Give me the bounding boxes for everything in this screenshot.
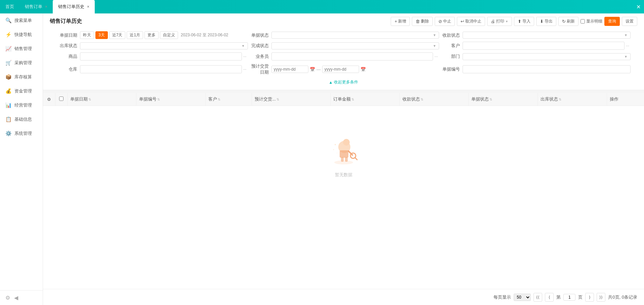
bill-no-cell: 单据编号 xyxy=(439,65,631,73)
salesperson-cell: 业务员 ··· xyxy=(248,52,439,61)
sort-date-icon[interactable]: ⇅ xyxy=(88,98,91,101)
delivery-date-start[interactable] xyxy=(271,66,308,73)
tab-sales-order-history-close[interactable]: × xyxy=(87,4,89,9)
bill-status-arrow-icon: ▼ xyxy=(433,33,436,37)
collapse-icon: ▲ xyxy=(329,80,333,85)
th-action: 操作 xyxy=(607,93,644,106)
print-icon: 🖨 xyxy=(491,19,495,24)
date-btn-7days[interactable]: 近7天 xyxy=(109,31,126,39)
collection-status-arrow-icon: ▼ xyxy=(624,33,628,37)
show-cols-checkbox[interactable]: 显示明细 xyxy=(581,18,602,24)
bill-no-input[interactable] xyxy=(463,65,631,73)
collapse-label: 收起更多条件 xyxy=(334,79,358,85)
first-page-button[interactable]: ⟨⟨ xyxy=(533,293,542,302)
customer-ellipsis-icon[interactable]: ··· xyxy=(625,43,631,48)
filter-row-1: 单据日期 昨天 3天 近7天 近1月 更多 自定义 2023-06-02 至 2… xyxy=(56,31,631,39)
bill-no-label: 单据编号 xyxy=(439,66,463,72)
prev-page-button[interactable]: ⟨ xyxy=(545,293,554,302)
sidebar-item-ops[interactable]: 📊 经营管理 xyxy=(0,98,43,112)
tab-sales-order-close[interactable]: × xyxy=(45,4,47,9)
cancel-stop-button[interactable]: ↩ 取消中止 xyxy=(457,17,485,26)
select-all-checkbox[interactable] xyxy=(59,97,63,101)
product-input[interactable] xyxy=(80,52,242,61)
bill-status-cell: 单据状态 ▼ xyxy=(248,32,439,39)
date-btn-today[interactable]: 昨天 xyxy=(80,31,94,39)
page-number-input[interactable] xyxy=(563,294,575,301)
main-layout: 🔍 搜索菜单 ⚡ 快捷导航 📈 销售管理 🛒 采购管理 📦 库存核算 💰 资金管… xyxy=(0,13,644,305)
query-button[interactable]: 查询 xyxy=(604,17,620,26)
date-dash: — xyxy=(316,67,321,72)
sidebar-item-search-menu-label: 搜索菜单 xyxy=(14,17,32,24)
sidebar-item-search-menu[interactable]: 🔍 搜索菜单 xyxy=(0,13,43,28)
export-button[interactable]: ⬇ 导出 xyxy=(536,17,556,26)
stop-button[interactable]: ⊘ 中止 xyxy=(435,17,455,26)
import-button[interactable]: ⬆ 导入 xyxy=(514,17,534,26)
sidebar-item-quick-nav-label: 快捷导航 xyxy=(14,32,32,38)
sidebar-item-finance-label: 资金管理 xyxy=(14,88,32,94)
warehouse-ellipsis-icon[interactable]: ··· xyxy=(242,67,248,72)
finance-icon: 💰 xyxy=(5,88,12,94)
warehouse-input[interactable] xyxy=(80,65,242,73)
sort-delivery-icon[interactable]: ⇅ xyxy=(276,98,279,101)
date-btn-custom[interactable]: 自定义 xyxy=(160,31,178,39)
per-page-select[interactable]: 10 20 50 100 xyxy=(514,294,531,301)
collapse-bar[interactable]: ▲ 收起更多条件 xyxy=(56,78,631,86)
sort-customer-icon[interactable]: ⇅ xyxy=(218,98,220,101)
import-icon: ⬆ xyxy=(518,19,521,24)
refresh-button[interactable]: ↻ 刷新 xyxy=(558,17,578,26)
delete-label: 删除 xyxy=(421,18,429,24)
sidebar-item-basic-info[interactable]: 📋 基础信息 xyxy=(0,112,43,126)
table-header-row: ⚙ 单据日期⇅ 单据编号⇅ 客户⇅ 预计交货...⇅ 订单金额⇅ 收款状态⇅ 单… xyxy=(43,93,644,106)
next-page-button[interactable]: ⟩ xyxy=(585,293,594,302)
sidebar-item-sales-mgmt[interactable]: 📈 销售管理 xyxy=(0,42,43,56)
tab-home[interactable]: 首页 xyxy=(0,0,19,13)
stop-icon: ⊘ xyxy=(438,19,442,24)
date-btn-more[interactable]: 更多 xyxy=(144,31,159,39)
sort-outbound-icon[interactable]: ⇅ xyxy=(559,98,561,101)
query-label: 查询 xyxy=(608,18,616,24)
last-page-button[interactable]: ⟩⟩ xyxy=(597,293,605,302)
th-delivery: 预计交货...⇅ xyxy=(252,93,330,106)
show-cols-label: 显示明细 xyxy=(586,18,602,24)
top-bar: 首页 销售订单 × 销售订单历史 × ✕ xyxy=(0,0,644,13)
customer-input[interactable] xyxy=(463,42,625,50)
print-button[interactable]: 🖨 打印 ▼ xyxy=(487,17,512,26)
sort-bill-icon[interactable]: ⇅ xyxy=(489,98,492,101)
collection-status-cell: 收款状态 ▼ xyxy=(439,32,631,39)
date-btn-3days[interactable]: 3天 xyxy=(95,31,108,39)
window-close-button[interactable]: ✕ xyxy=(636,4,641,10)
delivery-date-end[interactable] xyxy=(322,66,359,73)
tab-sales-order[interactable]: 销售订单 × xyxy=(19,0,53,13)
collapse-sidebar-icon[interactable]: ◀ xyxy=(14,295,18,301)
sidebar-item-quick-nav[interactable]: ⚡ 快捷导航 xyxy=(0,28,43,42)
sort-no-icon[interactable]: ⇅ xyxy=(157,98,160,101)
add-button[interactable]: + 新增 xyxy=(391,17,410,26)
settings-bottom-icon[interactable]: ⚙ xyxy=(5,295,10,301)
empty-icon xyxy=(327,133,360,166)
sidebar-item-finance[interactable]: 💰 资金管理 xyxy=(0,84,43,98)
tab-sales-order-history-label: 销售订单历史 xyxy=(58,4,84,10)
salesperson-ellipsis-icon[interactable]: ··· xyxy=(433,54,439,59)
bill-status-select[interactable]: ▼ xyxy=(271,32,439,39)
delivery-status-select[interactable]: ▼ xyxy=(80,42,248,49)
collection-status-select[interactable]: ▼ xyxy=(463,32,631,39)
sidebar-item-purchase-mgmt[interactable]: 🛒 采购管理 xyxy=(0,56,43,70)
date-btn-month[interactable]: 近1月 xyxy=(127,31,143,39)
settings-button[interactable]: 设置 xyxy=(622,17,637,26)
complete-status-select[interactable]: ▼ xyxy=(271,42,439,49)
th-settings[interactable]: ⚙ xyxy=(43,93,55,106)
product-ellipsis-icon[interactable]: ··· xyxy=(242,54,248,59)
sidebar-item-sys-mgmt[interactable]: ⚙️ 系统管理 xyxy=(0,126,43,141)
salesperson-input[interactable] xyxy=(271,52,433,61)
sort-collection-icon[interactable]: ⇅ xyxy=(421,98,423,101)
add-label: 新增 xyxy=(398,18,406,24)
th-date-label: 单据日期 xyxy=(70,97,88,102)
sidebar-item-inventory[interactable]: 📦 库存核算 xyxy=(0,70,43,84)
date-range-text: 2023-06-02 至 2023-06-02 xyxy=(181,32,228,38)
department-select[interactable]: ▼ xyxy=(463,53,631,60)
show-cols-input[interactable] xyxy=(581,19,585,24)
th-checkbox[interactable] xyxy=(55,93,67,106)
tab-sales-order-history[interactable]: 销售订单历史 × xyxy=(53,0,95,13)
sort-amount-icon[interactable]: ⇅ xyxy=(351,98,354,101)
delete-button[interactable]: 🗑 删除 xyxy=(412,17,433,26)
